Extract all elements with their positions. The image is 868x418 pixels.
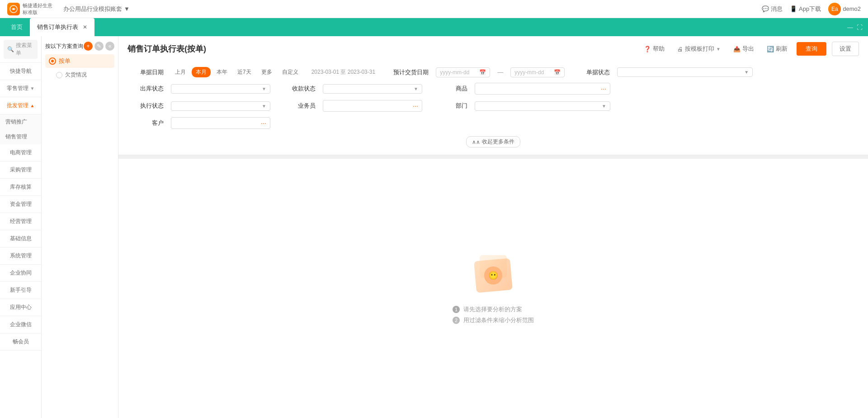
delivery-chevron-icon: ▼	[262, 86, 266, 91]
tab-minimize-icon[interactable]: —	[847, 24, 853, 31]
exec-label: 执行状态	[137, 102, 164, 110]
sidebar-item-member[interactable]: 畅会员	[0, 333, 41, 351]
main-layout: 🔍 搜索菜单 快捷导航 零售管理 ▼ 批发管理 ▲ 营销推广 销售管理 电商管理…	[0, 36, 868, 418]
exec-select[interactable]: ▼	[171, 101, 270, 111]
sidebar-item-finance[interactable]: 资金管理	[0, 196, 41, 213]
header-left: 畅捷通好生意 标准版 办公用品行业模拟账套 ▼	[7, 2, 130, 15]
delivery-select[interactable]: ▼	[171, 84, 270, 94]
empty-face-icon: 😶	[484, 266, 502, 285]
scheme-panel: 按以下方案查询 + ✎ « 按单	[42, 36, 118, 418]
message-nav-item[interactable]: 💬 消息	[762, 5, 783, 13]
sub-scheme-item-label: 欠货情况	[65, 71, 87, 79]
sidebar-item-ecommerce[interactable]: 电商管理	[0, 144, 41, 162]
tab-home-label: 首页	[11, 23, 23, 31]
filter-row-3: 执行状态 ▼ 业务员 ··· 部门 ▼	[137, 100, 850, 112]
customer-dots-icon: ···	[261, 119, 266, 127]
predict-date-start[interactable]: yyyy-mm-dd 📅	[436, 67, 490, 77]
date-shortcut-this-month[interactable]: 本月	[192, 67, 211, 77]
collapse-button[interactable]: ∧∧ 收起更多条件	[466, 136, 520, 147]
scheme-item-sub[interactable]: 欠货情况	[45, 69, 114, 81]
message-label: 消息	[771, 5, 783, 13]
sidebar-item-wechat[interactable]: 企业微信	[0, 316, 41, 333]
status-label: 单据状态	[583, 68, 610, 76]
empty-image: 😶	[471, 253, 516, 298]
status-select[interactable]: ▼	[617, 67, 753, 77]
sidebar-item-basicinfo[interactable]: 基础信息	[0, 230, 41, 247]
salesman-label: 业务员	[288, 102, 316, 110]
date-shortcut-7days[interactable]: 近7天	[233, 67, 255, 77]
sidebar-item-appcenter[interactable]: 应用中心	[0, 299, 41, 316]
breadcrumb[interactable]: 办公用品行业模拟账套 ▼	[63, 5, 130, 13]
sidebar-item-inventory[interactable]: 库存核算	[0, 179, 41, 196]
tab-expand-area: — ⛶	[842, 24, 868, 31]
username-label: demo2	[843, 5, 861, 12]
header-right: 💬 消息 📱 App下载 Ea demo2	[762, 3, 861, 15]
tab-home[interactable]: 首页	[4, 18, 30, 36]
refresh-icon: 🔄	[767, 46, 774, 52]
date-shortcut-this-year[interactable]: 本年	[212, 67, 231, 77]
dept-label: 部门	[440, 102, 467, 110]
collapse-icon: ∧∧	[472, 139, 480, 145]
empty-tip-1: 1 请先选择要分析的方案	[453, 305, 534, 314]
sidebar: 🔍 搜索菜单 快捷导航 零售管理 ▼ 批发管理 ▲ 营销推广 销售管理 电商管理…	[0, 36, 42, 418]
help-button[interactable]: ❓ 帮助	[640, 43, 668, 55]
sidebar-search-box[interactable]: 🔍 搜索菜单	[4, 40, 38, 59]
customer-input[interactable]: ···	[171, 117, 270, 129]
sidebar-item-newguide[interactable]: 新手引导	[0, 282, 41, 299]
collapse-row: ∧∧ 收起更多条件	[137, 134, 850, 149]
goods-input[interactable]: ···	[475, 83, 610, 95]
goods-dots-icon: ···	[601, 85, 606, 92]
app-download-icon: 📱	[790, 5, 797, 12]
payment-select[interactable]: ▼	[323, 84, 422, 94]
export-button[interactable]: 📤 导出	[730, 43, 758, 55]
sidebar-search-area: 🔍 搜索菜单	[0, 36, 41, 63]
query-button[interactable]: 查询	[797, 42, 826, 56]
date-label: 单据日期	[137, 68, 164, 76]
sidebar-item-enterprise[interactable]: 企业协同	[0, 265, 41, 282]
message-icon: 💬	[762, 5, 769, 12]
payment-label: 收款状态	[288, 85, 316, 93]
sidebar-item-retail[interactable]: 零售管理 ▼	[0, 80, 41, 97]
print-chevron-icon: ▼	[716, 47, 721, 52]
date-shortcut-custom[interactable]: 自定义	[278, 67, 302, 77]
scheme-panel-actions: + ✎ «	[84, 42, 114, 51]
filter-row-2: 出库状态 ▼ 收款状态 ▼ 商品 ···	[137, 83, 850, 95]
search-icon: 🔍	[7, 46, 14, 52]
sidebar-item-systemmgmt[interactable]: 系统管理	[0, 247, 41, 265]
dept-select[interactable]: ▼	[475, 101, 610, 111]
app-download-label: App下载	[799, 5, 821, 13]
delivery-label: 出库状态	[137, 85, 164, 93]
sidebar-item-operation[interactable]: 经营管理	[0, 213, 41, 230]
print-icon: 🖨	[677, 46, 683, 52]
sidebar-item-quicknav[interactable]: 快捷导航	[0, 63, 41, 80]
app-download-nav-item[interactable]: 📱 App下载	[790, 5, 821, 13]
scheme-item-main[interactable]: 按单	[45, 54, 114, 68]
status-chevron-icon: ▼	[744, 70, 749, 75]
calendar-start-icon: 📅	[479, 69, 486, 76]
scheme-panel-header: 按以下方案查询 + ✎ «	[45, 42, 114, 51]
sidebar-item-wholesale[interactable]: 批发管理 ▲	[0, 97, 41, 114]
predict-date-end[interactable]: yyyy-mm-dd 📅	[510, 67, 565, 77]
settings-button[interactable]: 设置	[832, 42, 859, 56]
sidebar-search-label: 搜索菜单	[16, 42, 34, 57]
scheme-collapse-button[interactable]: «	[105, 42, 114, 51]
scheme-edit-button[interactable]: ✎	[94, 42, 104, 51]
goods-label: 商品	[440, 85, 467, 93]
sidebar-item-purchase[interactable]: 采购管理	[0, 162, 41, 179]
tab-sales-order[interactable]: 销售订单执行表 ✕	[30, 18, 94, 36]
date-shortcut-last-month[interactable]: 上月	[171, 67, 190, 77]
sidebar-item-marketing[interactable]: 营销推广	[0, 114, 41, 129]
tab-close-icon[interactable]: ✕	[83, 24, 87, 30]
tab-maximize-icon[interactable]: ⛶	[857, 24, 863, 31]
scheme-add-button[interactable]: +	[84, 42, 93, 51]
page-title: 销售订单执行表(按单)	[127, 43, 206, 54]
wholesale-chevron-icon: ▲	[30, 103, 35, 108]
user-nav-item[interactable]: Ea demo2	[828, 3, 861, 15]
sidebar-item-salesmgmt[interactable]: 销售管理	[0, 129, 41, 144]
tab-sales-order-label: 销售订单执行表	[37, 23, 78, 31]
date-shortcut-more[interactable]: 更多	[257, 67, 276, 77]
empty-tip-2: 2 用过滤条件来缩小分析范围	[453, 316, 534, 324]
template-print-button[interactable]: 🖨 按模板打印 ▼	[674, 43, 724, 55]
refresh-button[interactable]: 🔄 刷新	[763, 43, 791, 55]
salesman-input[interactable]: ···	[323, 100, 422, 112]
